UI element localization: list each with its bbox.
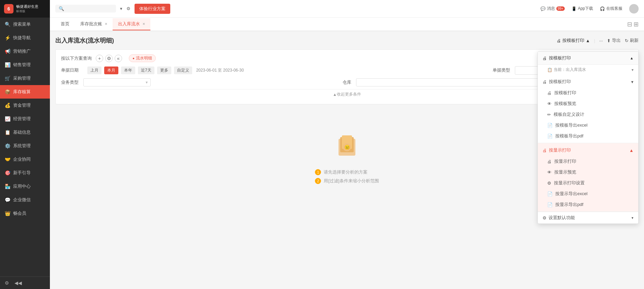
business-type-select[interactable]: ▾ <box>83 78 151 86</box>
user-avatar[interactable] <box>629 4 639 14</box>
sidebar-item-purchase[interactable]: 🛒 采购管理 <box>0 72 50 85</box>
tab-batch-close[interactable]: × <box>105 21 108 26</box>
logo-icon: 6 <box>4 4 13 14</box>
footer-chevron: ▾ <box>632 216 634 220</box>
print-dropdown-panel: 🖨 按模板打印 ▲ 📋 当前：出入库流水 ▾ 🖨 按模板打印 ▾ <box>537 51 639 224</box>
empty-step-2: 2 用[过滤]条件来缩小分析范围 <box>315 178 379 184</box>
sidebar-item-purchase-label: 采购管理 <box>13 75 31 81</box>
date-btn-this-year[interactable]: 本年 <box>121 67 135 74</box>
filter-add-button[interactable]: + <box>96 55 103 62</box>
sidebar-item-basics-label: 基础信息 <box>13 129 31 135</box>
template-print-section: 🖨 按模板打印 ▾ 🖨 按模板打印 👁 按模板预览 ✏ 模板自定义设计 <box>538 75 638 143</box>
dropdown-footer[interactable]: ⚙ 设置默认功能 ▾ <box>538 212 638 224</box>
tabs-collapse-icon[interactable]: ⊟ <box>627 21 632 28</box>
dpa-icon: 🖨 <box>547 159 552 164</box>
tabs-bar: 首页 库存批次账 × 出入库流水 × ⊟ ⊞ <box>50 18 644 31</box>
active-filter-tag[interactable]: ● 流水明细 <box>129 54 156 62</box>
sidebar-logo: 6 畅捷通好生意 标准版 <box>0 0 50 18</box>
display-settings-action[interactable]: ⚙ 按显示打印设置 <box>538 178 638 188</box>
sidebar-item-shortcut[interactable]: ⚡ 快捷导航 <box>0 31 50 45</box>
dexcel-label: 按显示导出excel <box>555 191 587 197</box>
sidebar-item-search[interactable]: 🔍 搜索菜单 <box>0 18 50 31</box>
tab-flow-label: 出入库流水 <box>118 21 140 26</box>
sidebar-item-inventory[interactable]: 📦 库存核算 <box>0 85 50 99</box>
topbar-search-input[interactable] <box>66 6 107 11</box>
sidebar-item-wechat-label: 企业微信 <box>13 197 31 203</box>
template-preview-action[interactable]: 👁 按模板预览 <box>538 98 638 109</box>
template-excel-action[interactable]: 📄 按模板导出excel <box>538 120 638 131</box>
template-print-section-icon: 🖨 <box>543 79 547 84</box>
settings-bottom-icon[interactable]: ⚙ <box>5 280 9 286</box>
date-btn-custom[interactable]: 自定义 <box>174 67 192 74</box>
display-preview-action[interactable]: 👁 按显示预览 <box>538 167 638 178</box>
tab-home[interactable]: 首页 <box>55 18 75 30</box>
template-pdf-action[interactable]: 📄 按模板导出pdf <box>538 131 638 141</box>
step-2-text: 用[过滤]条件来缩小分析范围 <box>324 178 379 184</box>
tab-flow[interactable]: 出入库流水 × <box>113 18 150 30</box>
filter-scheme-controls: 按以下方案查询 + ⚙ « <box>61 55 122 62</box>
topbar-dropdown-arrow[interactable]: ▾ <box>120 6 122 11</box>
sidebar-item-operations[interactable]: 📈 经营管理 <box>0 112 50 126</box>
tpa-icon: 🖨 <box>547 90 552 96</box>
display-print-section-header[interactable]: 🖨 按显示打印 ▲ <box>538 144 638 156</box>
dsettings-label: 按显示打印设置 <box>554 180 585 186</box>
display-print-action[interactable]: 🖨 按显示打印 <box>538 156 638 167</box>
sidebar-item-member[interactable]: 👑 畅会员 <box>0 207 50 220</box>
sidebar-item-enterprise[interactable]: 🤝 企业协同 <box>0 153 50 166</box>
warehouse-label: 仓库 <box>343 79 351 85</box>
tpa-label: 按模板打印 <box>554 90 576 96</box>
display-print-section: 🖨 按显示打印 ▲ 🖨 按显示打印 👁 按显示预览 ⚙ 按显示打印设置 <box>538 143 638 212</box>
date-btn-7days[interactable]: 近7天 <box>138 67 154 74</box>
finance-icon: 💰 <box>5 103 10 108</box>
tprev-icon: 👁 <box>547 101 552 106</box>
collapse-sidebar-icon[interactable]: ◀◀ <box>14 280 22 286</box>
shortcut-icon: ⚡ <box>5 35 10 41</box>
refresh-button[interactable]: ↻ 刷新 <box>625 37 639 44</box>
industry-solution-button[interactable]: 体验行业方案 <box>135 4 170 14</box>
chevron-up-icon[interactable]: ▲ <box>630 56 634 60</box>
sidebar-item-sales[interactable]: 📊 销售管理 <box>0 58 50 72</box>
date-btn-more[interactable]: 更多 <box>157 67 171 74</box>
message-label: 消息 <box>547 6 555 11</box>
date-btn-last-month[interactable]: 上月 <box>87 67 101 74</box>
appstore-icon: 🏪 <box>5 184 10 189</box>
message-item[interactable]: 💬 消息 99+ <box>540 6 565 11</box>
sidebar-item-appstore[interactable]: 🏪 应用中心 <box>0 180 50 193</box>
app-download-label: App下载 <box>578 6 593 11</box>
sidebar-item-wechat[interactable]: 💬 企业微信 <box>0 193 50 207</box>
filter-collapse-button[interactable]: « <box>115 55 122 62</box>
display-excel-action[interactable]: 📄 按显示导出excel <box>538 188 638 199</box>
display-pdf-action[interactable]: 📄 按显示导出pdf <box>538 199 638 210</box>
template-print-action[interactable]: 🖨 按模板打印 <box>538 87 638 98</box>
dprev-label: 按显示预览 <box>554 169 576 175</box>
page-header: 出入库流水(流水明细) 🖨 按模板打印 ▲ | ··· ⬆ 导出 ↻ 刷新 <box>55 36 639 45</box>
print-template-button[interactable]: 🖨 按模板打印 ▲ <box>557 37 590 44</box>
sidebar-item-guide[interactable]: 🎯 新手引导 <box>0 166 50 180</box>
tabs-expand-icon[interactable]: ⊞ <box>634 21 639 28</box>
app-download-item[interactable]: 📱 App下载 <box>572 6 593 11</box>
sidebar-item-finance[interactable]: 💰 资金管理 <box>0 99 50 112</box>
export-button[interactable]: ⬆ 导出 <box>607 37 621 44</box>
tab-batch[interactable]: 库存批次账 × <box>75 18 113 30</box>
sidebar-item-system[interactable]: ⚙️ 系统管理 <box>0 139 50 153</box>
print-chevron-up: ▲ <box>586 38 590 43</box>
online-service-item[interactable]: 🎧 在线客服 <box>600 6 622 11</box>
topbar-settings-icon[interactable]: ⚙ <box>126 6 130 11</box>
topbar-search-box[interactable]: 🔍 <box>55 5 116 12</box>
sidebar-item-enterprise-label: 企业协同 <box>13 156 31 162</box>
export-icon: ⬆ <box>607 38 611 43</box>
template-custom-action[interactable]: ✏ 模板自定义设计 <box>538 109 638 120</box>
sidebar: 6 畅捷通好生意 标准版 🔍 搜索菜单 ⚡ 快捷导航 📢 营销推广 📊 销售管理… <box>0 0 50 289</box>
sales-icon: 📊 <box>5 62 10 68</box>
filter-settings-button[interactable]: ⚙ <box>105 55 113 62</box>
sidebar-item-marketing[interactable]: 📢 营销推广 <box>0 45 50 58</box>
dpdf-icon: 📄 <box>547 202 553 207</box>
dropdown-header: 🖨 按模板打印 ▲ <box>538 52 638 65</box>
template-print-section-header[interactable]: 🖨 按模板打印 ▾ <box>538 76 638 87</box>
date-label: 单据日期 <box>61 67 79 73</box>
more-options-button[interactable]: ··· <box>599 38 603 43</box>
date-btn-this-month[interactable]: 本月 <box>104 67 118 74</box>
sidebar-bottom: ⚙ ◀◀ <box>0 277 50 289</box>
sidebar-item-basics[interactable]: 📋 基础信息 <box>0 126 50 139</box>
tab-flow-close[interactable]: × <box>143 21 145 26</box>
